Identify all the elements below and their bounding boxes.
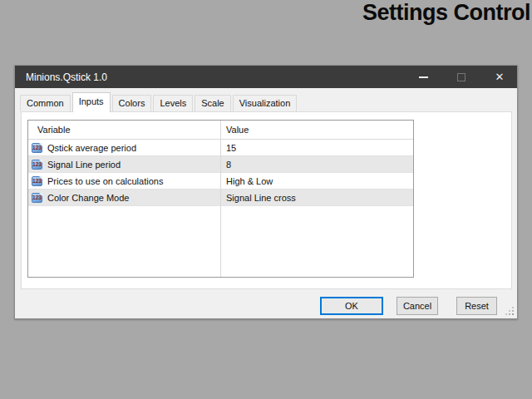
numeric-input-icon: 123	[32, 193, 42, 203]
column-header-variable: Variable	[28, 121, 220, 139]
maximize-button	[451, 66, 472, 88]
ok-button[interactable]: OK	[320, 297, 383, 315]
numeric-input-icon: 123	[32, 143, 42, 153]
settings-dialog: Minions.Qstick 1.0 ✕ Common Inputs Color…	[14, 65, 518, 319]
variable-cell: 123 Color Change Mode	[28, 193, 220, 203]
tab-common[interactable]: Common	[20, 95, 71, 111]
desktop-background: Settings Control Minions.Qstick 1.0 ✕ Co…	[0, 0, 532, 399]
close-icon: ✕	[495, 66, 505, 88]
maximize-icon	[457, 73, 466, 81]
column-divider	[220, 121, 221, 277]
cancel-button[interactable]: Cancel	[397, 297, 438, 315]
resize-grip[interactable]	[512, 313, 514, 315]
variable-cell: 123 Qstick average period	[28, 143, 220, 153]
numeric-input-icon: 123	[32, 176, 42, 186]
value-cell[interactable]: Signal Line cross	[220, 193, 296, 203]
window-controls: ✕	[396, 66, 510, 88]
value-cell[interactable]: High & Low	[220, 176, 273, 186]
numeric-input-icon: 123	[32, 160, 42, 170]
variable-cell: 123 Prices to use on calculations	[28, 176, 220, 186]
value-cell[interactable]: 8	[220, 160, 231, 170]
minimize-button[interactable]	[412, 66, 434, 88]
value-cell[interactable]: 15	[220, 143, 236, 153]
variable-name: Qstick average period	[47, 143, 136, 153]
variable-name: Signal Line period	[47, 160, 121, 170]
tab-visualization[interactable]: Visualization	[233, 95, 298, 111]
close-button[interactable]: ✕	[489, 66, 510, 88]
page-title: Settings Control	[362, 0, 530, 26]
tab-levels[interactable]: Levels	[153, 95, 193, 111]
tab-scale[interactable]: Scale	[195, 95, 231, 111]
dialog-title: Minions.Qstick 1.0	[15, 71, 107, 83]
dialog-titlebar[interactable]: Minions.Qstick 1.0 ✕	[15, 66, 517, 88]
reset-button[interactable]: Reset	[456, 297, 497, 315]
tab-inputs[interactable]: Inputs	[72, 92, 111, 112]
tab-strip: Common Inputs Colors Levels Scale Visual…	[20, 93, 298, 111]
variable-name: Prices to use on calculations	[47, 176, 163, 186]
inputs-table: Variable Value 123 Qstick average period…	[27, 120, 414, 278]
variable-name: Color Change Mode	[47, 193, 129, 203]
tab-colors[interactable]: Colors	[112, 95, 152, 111]
column-header-value: Value	[220, 121, 249, 139]
minimize-icon	[419, 76, 428, 78]
variable-cell: 123 Signal Line period	[28, 160, 220, 170]
